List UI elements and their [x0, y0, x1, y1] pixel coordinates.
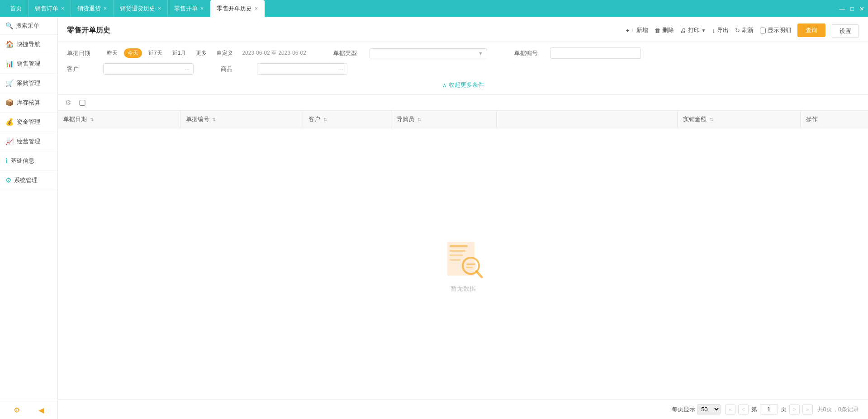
window-controls: — □ ✕	[839, 5, 864, 12]
export-button[interactable]: ↓ 导出	[712, 26, 729, 34]
page-header: 零售开单历史 + + 新增 🗑 删除 🖨 打印 ▼ ↓ 导出	[58, 17, 868, 42]
page-input[interactable]	[760, 404, 778, 414]
tab-return-history[interactable]: 销货退货历史 ×	[114, 0, 168, 17]
sort-guide-icon[interactable]: ⇅	[417, 117, 421, 122]
tab-close-retail[interactable]: ×	[200, 5, 204, 12]
sidebar-collapse-icon[interactable]: ◀	[38, 406, 44, 414]
tab-close-retail-history[interactable]: ×	[255, 5, 258, 12]
tab-close-return-history[interactable]: ×	[158, 5, 161, 12]
number-input-wrapper	[550, 47, 641, 59]
customer-dots[interactable]: ···	[185, 66, 190, 72]
table-header-row: 单据日期 ⇅ 单据编号 ⇅ 客户 ⇅ 导购员 ⇅	[58, 111, 868, 128]
window-close[interactable]: ✕	[859, 5, 864, 12]
tab-home[interactable]: 首页	[4, 0, 28, 17]
empty-text: 暂无数据	[451, 285, 476, 293]
sidebar-item-finance[interactable]: 💰 资金管理	[0, 113, 57, 132]
display-checkbox[interactable]	[760, 28, 766, 33]
svg-rect-9	[466, 267, 473, 268]
date-opt-yesterday[interactable]: 昨天	[103, 48, 121, 58]
refresh-button[interactable]: ↻ 刷新	[735, 26, 754, 34]
first-page-button[interactable]: «	[725, 405, 735, 414]
sidebar-item-quicknav[interactable]: 🏠 快捷导航	[0, 35, 57, 54]
table-toolbar: ⚙	[58, 95, 868, 111]
delete-button[interactable]: 🗑 删除	[655, 26, 674, 34]
print-button[interactable]: 🖨 打印 ▼	[680, 26, 706, 34]
tab-retail-history[interactable]: 零售开单历史 ×	[210, 0, 265, 17]
window-maximize[interactable]: □	[850, 5, 854, 12]
goods-input[interactable]	[261, 66, 338, 72]
sidebar-item-purchase[interactable]: 🛒 采购管理	[0, 74, 57, 93]
tab-close-return[interactable]: ×	[104, 5, 107, 12]
window-minimize[interactable]: —	[839, 5, 845, 12]
col-date: 单据日期 ⇅	[58, 111, 180, 128]
prev-page-button[interactable]: <	[738, 405, 749, 414]
collapse-button[interactable]: ∧ 收起更多条件	[442, 81, 484, 89]
date-opt-more[interactable]: 更多	[192, 48, 210, 58]
query-button[interactable]: 查询	[797, 24, 825, 37]
add-button[interactable]: + + 新增	[626, 26, 648, 34]
tab-close-sales-order[interactable]: ×	[61, 5, 64, 12]
refresh-icon: ↻	[735, 27, 740, 34]
date-opt-today[interactable]: 今天	[124, 48, 142, 58]
col-spacer	[497, 111, 678, 128]
number-input[interactable]	[555, 50, 637, 56]
settings-button[interactable]: 设置	[832, 24, 859, 38]
type-label: 单据类型	[333, 49, 360, 57]
sidebar-item-operations[interactable]: 📈 经营管理	[0, 132, 57, 151]
tab-retail[interactable]: 零售开单 ×	[168, 0, 210, 17]
search-icon: 🔍	[5, 22, 13, 29]
data-table: 单据日期 ⇅ 单据编号 ⇅ 客户 ⇅ 导购员 ⇅	[58, 111, 868, 128]
date-range-display: 2023-06-02 至 2023-06-02	[242, 49, 306, 57]
svg-point-6	[465, 260, 477, 272]
operations-icon: 📈	[5, 137, 14, 146]
tab-return[interactable]: 销货退货 ×	[71, 0, 114, 17]
empty-state: 暂无数据	[58, 128, 868, 399]
page-size-select: 每页显示 10 20 50 100	[672, 404, 721, 414]
sidebar-item-inventory[interactable]: 📦 库存核算	[0, 93, 57, 113]
sort-number-icon[interactable]: ⇅	[212, 117, 216, 122]
goods-label: 商品	[221, 65, 248, 73]
page-title: 零售开单历史	[67, 26, 110, 35]
svg-rect-2	[450, 250, 465, 252]
total-info: 共0页，0条记录	[817, 405, 859, 414]
date-opt-custom[interactable]: 自定义	[213, 48, 237, 58]
sidebar-bottom: ⚙ ◀	[0, 401, 57, 419]
last-page-button[interactable]: »	[802, 405, 813, 414]
type-select-arrow: ▼	[478, 51, 483, 56]
sort-date-icon[interactable]: ⇅	[90, 117, 94, 122]
select-all-checkbox[interactable]	[76, 100, 89, 106]
col-number: 单据编号 ⇅	[180, 111, 303, 128]
sidebar-item-system[interactable]: ⚙ 系统管理	[0, 171, 57, 190]
col-customer: 客户 ⇅	[303, 111, 391, 128]
collapse-row: ∧ 收起更多条件	[67, 79, 859, 89]
date-opt-7days[interactable]: 近7天	[145, 48, 166, 58]
sidebar-settings-icon[interactable]: ⚙	[14, 406, 20, 414]
per-page-dropdown[interactable]: 10 20 50 100	[697, 404, 721, 414]
main-layout: 🔍 搜索采单 🏠 快捷导航 📊 销售管理 🛒 采购管理 📦 库存核算 💰 资金管…	[0, 17, 868, 419]
customer-input[interactable]	[107, 66, 185, 72]
date-opt-1month[interactable]: 近1月	[169, 48, 190, 58]
filter-area: 单据日期 昨天 今天 近7天 近1月 更多 自定义 2023-06-02 至 2…	[58, 42, 868, 95]
purchase-icon: 🛒	[5, 79, 14, 87]
print-dropdown-icon[interactable]: ▼	[702, 28, 706, 33]
col-actions: 操作	[800, 111, 868, 128]
sidebar-search[interactable]: 🔍 搜索采单	[0, 17, 57, 35]
empty-illustration	[438, 235, 488, 285]
col-amount: 实销金额 ⇅	[678, 111, 801, 128]
goods-dots[interactable]: ···	[338, 66, 343, 72]
sidebar-item-basic-info[interactable]: ℹ 基础信息	[0, 151, 57, 171]
print-icon: 🖨	[680, 27, 686, 34]
next-page-button[interactable]: >	[789, 405, 800, 414]
type-select[interactable]: ▼	[370, 48, 487, 58]
collapse-icon: ∧	[442, 82, 447, 89]
table-gear-icon[interactable]: ⚙	[65, 99, 71, 107]
svg-rect-8	[466, 264, 475, 265]
sidebar: 🔍 搜索采单 🏠 快捷导航 📊 销售管理 🛒 采购管理 📦 库存核算 💰 资金管…	[0, 17, 58, 419]
svg-rect-3	[450, 254, 463, 256]
sort-customer-icon[interactable]: ⇅	[323, 117, 327, 122]
sidebar-item-sales[interactable]: 📊 销售管理	[0, 54, 57, 74]
pagination-bar: 每页显示 10 20 50 100 « < 第 页 > » 共0页，0条记录	[58, 399, 868, 419]
sort-amount-icon[interactable]: ⇅	[710, 117, 713, 122]
tab-sales-order[interactable]: 销售订单 ×	[28, 0, 71, 17]
finance-icon: 💰	[5, 118, 14, 126]
